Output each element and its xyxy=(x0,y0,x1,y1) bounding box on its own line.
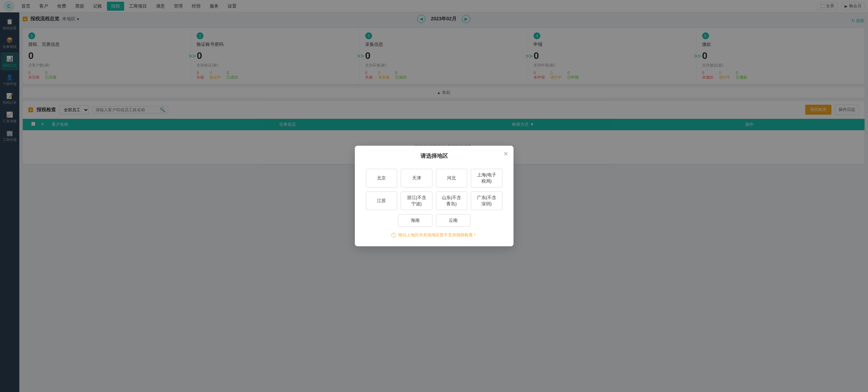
region-btn-浙江(不含宁波)[interactable]: 浙江(不含宁波) xyxy=(401,192,432,210)
modal-warning: ! 除以上地区外其他地区暂不支持报税检查！ xyxy=(366,232,502,238)
region-btn-海南[interactable]: 海南 xyxy=(398,214,432,227)
modal-header: 请选择地区 ✕ xyxy=(355,146,513,163)
region-btn-山东(不含青岛)[interactable]: 山东(不含青岛) xyxy=(436,192,468,210)
modal-title: 请选择地区 xyxy=(420,153,448,159)
region-btn-广东(不含深圳)[interactable]: 广东(不含深圳) xyxy=(471,192,502,210)
modal-body: 北京天津河北上海(电子税局) 江苏浙江(不含宁波)山东(不含青岛)广东(不含深圳… xyxy=(355,163,513,246)
region-btn-云南[interactable]: 云南 xyxy=(436,214,470,227)
region-btn-北京[interactable]: 北京 xyxy=(366,169,398,187)
warning-icon: ! xyxy=(391,233,396,238)
region-btn-河北[interactable]: 河北 xyxy=(436,169,468,187)
warning-text: 除以上地区外其他地区暂不支持报税检查！ xyxy=(398,232,477,238)
region-btn-天津[interactable]: 天津 xyxy=(401,169,432,187)
region-modal: 请选择地区 ✕ 北京天津河北上海(电子税局) 江苏浙江(不含宁波)山东(不含青岛… xyxy=(355,146,513,246)
region-grid-row1: 北京天津河北上海(电子税局) xyxy=(366,169,502,187)
region-grid-row3: 海南云南 xyxy=(366,214,502,227)
region-grid-row2: 江苏浙江(不含宁波)山东(不含青岛)广东(不含深圳) xyxy=(366,192,502,210)
region-btn-江苏[interactable]: 江苏 xyxy=(366,192,398,210)
region-btn-上海(电子税局)[interactable]: 上海(电子税局) xyxy=(471,169,502,187)
modal-close-button[interactable]: ✕ xyxy=(503,151,508,157)
modal-overlay: 请选择地区 ✕ 北京天津河北上海(电子税局) 江苏浙江(不含宁波)山东(不含青岛… xyxy=(0,0,868,392)
